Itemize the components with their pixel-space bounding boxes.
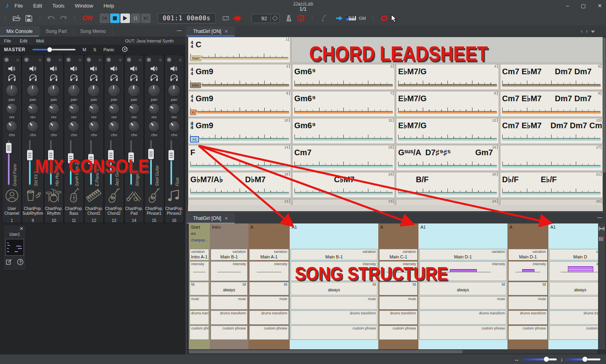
song-part-marker[interactable]: A bbox=[190, 110, 196, 115]
master-volume-slider[interactable] bbox=[33, 49, 76, 50]
leadsheet-measure[interactable]: 11 Gm6⁹ bbox=[292, 118, 395, 144]
leadsheet-measure[interactable]: 24 bbox=[396, 199, 499, 205]
variation-cell[interactable]: variation Main D bbox=[549, 249, 599, 260]
channel-solo-headphones-icon[interactable] bbox=[130, 73, 138, 83]
leadsheet-measure[interactable]: 15 Cm7 bbox=[292, 145, 395, 171]
fill-cell[interactable]: fill bbox=[379, 282, 418, 295]
leadsheet-measure[interactable]: 3 Gm6⁹ bbox=[292, 64, 395, 90]
tempo-spinner[interactable] bbox=[270, 15, 279, 21]
volume-fader[interactable] bbox=[68, 139, 74, 186]
reverb-knob[interactable] bbox=[6, 103, 17, 115]
channel-mute-icon[interactable] bbox=[150, 64, 158, 73]
variation-cell[interactable]: variation Main B-1 bbox=[290, 249, 378, 260]
chorus-knob[interactable] bbox=[128, 121, 140, 132]
channel-mute-icon[interactable] bbox=[8, 64, 16, 73]
mute-cell[interactable]: mute bbox=[190, 296, 209, 310]
volume-fader[interactable] bbox=[6, 139, 12, 186]
pan-knob[interactable] bbox=[168, 84, 180, 97]
panel-minimize-icon[interactable]: — bbox=[597, 215, 602, 220]
song-part-rhythm-link[interactable]: chartpop.... bbox=[191, 238, 208, 242]
chord-symbols[interactable]: Gm6⁹ bbox=[294, 67, 316, 76]
reverb-knob[interactable] bbox=[128, 103, 140, 115]
channel-solo-headphones-icon[interactable] bbox=[89, 73, 98, 83]
chorus-knob[interactable] bbox=[108, 121, 120, 132]
vertical-zoom-slider[interactable] bbox=[566, 358, 600, 360]
custom-phrase-cell[interactable]: custom phrase bbox=[290, 325, 378, 340]
pan-knob[interactable] bbox=[27, 84, 39, 97]
song-part-column[interactable]: Start 4/4 chartpop.... variation Intro A… bbox=[189, 223, 210, 349]
intensity-cell[interactable]: intensity bbox=[211, 261, 248, 281]
variation-cell[interactable]: variation Main A-1 bbox=[249, 249, 289, 260]
leadsheet-measure[interactable]: 7 Gm6⁹ bbox=[292, 91, 395, 117]
close-button[interactable]: ✕ bbox=[598, 3, 602, 9]
leadsheet-measure[interactable]: 6 44Gm9 A bbox=[188, 91, 291, 117]
chorus-knob[interactable] bbox=[68, 121, 79, 132]
close-icon[interactable]: ✕ bbox=[225, 29, 228, 34]
chord-symbols[interactable]: G♭M7/A♭ D♭M7 bbox=[190, 175, 265, 184]
fill-cell[interactable]: fill bbox=[508, 282, 548, 295]
chorus-knob[interactable] bbox=[88, 121, 100, 132]
stop-button[interactable] bbox=[110, 13, 120, 23]
mute-cell[interactable]: mute bbox=[249, 296, 289, 310]
chord-symbols[interactable]: Cm7 E♭M7 Dm7 Dm7 bbox=[502, 94, 592, 103]
channel-settings-gear-icon[interactable] bbox=[147, 56, 151, 64]
channel-solo-headphones-icon[interactable] bbox=[49, 73, 58, 83]
chorus-knob[interactable] bbox=[48, 121, 60, 132]
improv-icon[interactable] bbox=[319, 13, 328, 23]
channel-mute-icon[interactable] bbox=[110, 64, 118, 73]
pan-knob[interactable] bbox=[148, 84, 161, 97]
drums-transform-cell[interactable]: drums transform bbox=[290, 310, 378, 325]
channel-solo-headphones-icon[interactable] bbox=[29, 73, 37, 83]
custom-phrase-cell[interactable]: custom phrase bbox=[211, 325, 248, 340]
song-part-header[interactable]: A bbox=[249, 223, 289, 248]
channel-settings-gear-icon[interactable] bbox=[106, 56, 111, 64]
close-icon[interactable]: ✕ bbox=[19, 226, 23, 231]
intensity-cell[interactable]: intensity bbox=[379, 261, 418, 281]
mute-cell[interactable]: mute bbox=[549, 296, 599, 310]
mute-cell[interactable]: mute bbox=[290, 296, 378, 310]
mc-menu-file[interactable]: File bbox=[4, 39, 11, 43]
chord-symbols[interactable]: Cm7 bbox=[294, 148, 312, 157]
leadsheet-measure[interactable]: 14 F bbox=[188, 145, 291, 171]
fill-cell[interactable]: fill always bbox=[211, 282, 248, 295]
song-part-header[interactable]: A bbox=[379, 223, 418, 248]
reverb-knob[interactable] bbox=[27, 103, 39, 115]
chorus-knob[interactable] bbox=[27, 121, 39, 132]
minimize-button[interactable]: – bbox=[566, 3, 569, 9]
chord-symbols[interactable]: B/F bbox=[398, 175, 429, 184]
save-icon[interactable] bbox=[24, 13, 33, 23]
fill-cell[interactable]: fill always bbox=[419, 282, 507, 295]
leadsheet-measure[interactable]: 20 B/F bbox=[396, 172, 499, 198]
song-part-header[interactable]: A1 bbox=[419, 223, 507, 248]
channel-solo-headphones-icon[interactable] bbox=[170, 73, 178, 83]
loop-icon[interactable] bbox=[221, 13, 230, 23]
leadsheet-measure[interactable]: 16 Gˢᵘˢ/A D7♯⁹♯⁵ Gm7 bbox=[396, 145, 499, 171]
fit-width-icon[interactable] bbox=[599, 225, 604, 232]
custom-phrase-cell[interactable]: custom phrase bbox=[549, 325, 599, 340]
chord-symbols[interactable]: E♭M7/G bbox=[398, 121, 427, 130]
drums-transform-cell[interactable]: drums transform bbox=[249, 310, 289, 325]
intensity-cell[interactable]: intensity bbox=[508, 261, 548, 281]
song-part-column[interactable]: A1 variation Main D intensity fill alway… bbox=[548, 223, 599, 349]
pan-knob[interactable] bbox=[128, 84, 140, 97]
channel-settings-gear-icon[interactable] bbox=[87, 56, 91, 64]
mc-menu-edit[interactable]: Edit bbox=[20, 39, 27, 43]
undo-icon[interactable] bbox=[46, 13, 56, 23]
volume-fader[interactable] bbox=[27, 139, 33, 186]
reverb-knob[interactable] bbox=[108, 103, 120, 115]
mute-cell[interactable]: mute bbox=[379, 296, 418, 310]
reverb-knob[interactable] bbox=[48, 103, 60, 115]
leadsheet-nav-icons[interactable]: ‹› bbox=[581, 28, 595, 34]
intensity-cell[interactable]: intensity bbox=[190, 261, 209, 281]
channel-settings-gear-icon[interactable] bbox=[127, 56, 131, 64]
volume-fader[interactable] bbox=[88, 139, 94, 186]
song-part-marker[interactable]: A1 bbox=[190, 136, 199, 143]
channel-settings-gear-icon[interactable] bbox=[167, 56, 171, 64]
chorus-knob[interactable] bbox=[6, 121, 17, 132]
play-button[interactable] bbox=[120, 13, 130, 23]
keyboard-icon[interactable] bbox=[347, 13, 356, 23]
leadsheet-vertical-scrollbar[interactable] bbox=[603, 37, 606, 211]
previous-bar-button[interactable] bbox=[100, 13, 109, 23]
chorus-knob[interactable] bbox=[168, 121, 180, 132]
channel-settings-gear-icon[interactable] bbox=[66, 56, 71, 64]
